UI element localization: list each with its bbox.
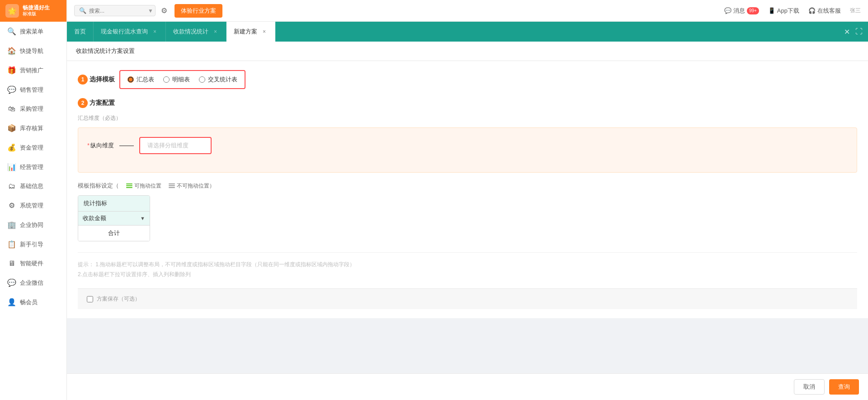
online-service-button[interactable]: 🎧 在线客服 xyxy=(808,7,841,15)
home-icon: 🏠 xyxy=(7,47,16,55)
sidebar-item-enterprise-wechat[interactable]: 💬 企业微信 xyxy=(0,273,66,292)
sidebar-item-operations[interactable]: 📊 经营管理 xyxy=(0,157,66,177)
content-area: 收款情况统计方案设置 1 选择模板 汇总 xyxy=(67,42,868,373)
col-chevron-icon[interactable]: ▼ xyxy=(140,216,145,221)
sidebar-logo: 🌟 畅捷通好生 标准版 xyxy=(0,0,66,22)
sidebar-item-label: 采购管理 xyxy=(20,105,43,113)
logo-line1: 畅捷通好生 xyxy=(23,5,50,11)
tab-new-plan[interactable]: 新建方案 × xyxy=(226,22,275,42)
sidebar-item-label: 搜索菜单 xyxy=(20,28,43,36)
message-icon: 💬 xyxy=(724,7,731,14)
topbar: 🔍 ▼ ⚙ 体验行业方案 💬 消息 99+ 📱 App下载 🎧 在线客服 张三 xyxy=(67,0,868,22)
sidebar: 🌟 畅捷通好生 标准版 🔍 搜索菜单 🏠 快捷导航 🎁 营销推广 💬 销售管理 … xyxy=(0,0,67,400)
radio-summary-input[interactable] xyxy=(127,76,134,83)
metrics-section-label: 模板指标设定（ xyxy=(78,182,119,190)
tab-home-label: 首页 xyxy=(74,28,86,36)
sidebar-item-label: 企业协同 xyxy=(20,221,43,229)
member-icon: 👤 xyxy=(7,298,16,306)
group-dimension-selector[interactable]: 请选择分组维度 xyxy=(139,137,212,154)
inventory-icon: 📦 xyxy=(7,124,16,132)
sidebar-item-system[interactable]: ⚙ 系统管理 xyxy=(0,196,66,215)
close-tab-icon[interactable]: ✕ xyxy=(844,28,850,36)
no-drag-badge: 不可拖动位置） xyxy=(169,182,215,190)
sidebar-item-label: 销售管理 xyxy=(20,86,43,94)
sidebar-item-member[interactable]: 👤 畅会员 xyxy=(0,292,66,312)
search-bar[interactable]: 🔍 ▼ xyxy=(74,5,156,16)
tab-bank-flow-close[interactable]: × xyxy=(151,28,158,36)
maximize-icon[interactable]: ⛶ xyxy=(855,28,863,36)
hardware-icon: 🖥 xyxy=(7,259,16,268)
save-plan-checkbox[interactable] xyxy=(87,296,93,302)
radio-summary-label: 汇总表 xyxy=(137,75,154,84)
radio-detail[interactable]: 明细表 xyxy=(163,75,190,84)
sidebar-item-label: 库存核算 xyxy=(20,124,43,132)
step1-section: 1 选择模板 汇总表 明细表 xyxy=(78,70,857,89)
metrics-table-area: 统计指标 收款金额 ▼ 合计 xyxy=(78,195,857,241)
vertical-dim-label: *纵向维度 xyxy=(87,141,114,150)
step1-number: 1 xyxy=(78,75,88,85)
service-icon: 🎧 xyxy=(808,7,816,14)
cancel-button[interactable]: 取消 xyxy=(794,379,825,395)
message-button[interactable]: 💬 消息 99+ xyxy=(724,7,759,15)
sidebar-item-search-menu[interactable]: 🔍 搜索菜单 xyxy=(0,22,66,41)
save-plan-label[interactable]: 方案保存（可选） xyxy=(97,295,140,303)
sidebar-item-label: 快捷导航 xyxy=(20,47,43,55)
trial-button[interactable]: 体验行业方案 xyxy=(175,4,222,18)
radio-cross-input[interactable] xyxy=(199,76,205,83)
metrics-header: 模板指标设定（ 可拖动位置 xyxy=(78,182,857,190)
app-download-label: App下载 xyxy=(777,7,799,15)
sidebar-item-basic-info[interactable]: 🗂 基础信息 xyxy=(0,177,66,196)
drag-icon xyxy=(126,184,132,188)
radio-summary[interactable]: 汇总表 xyxy=(127,75,154,84)
search-input[interactable] xyxy=(89,8,143,14)
tab-new-plan-close[interactable]: × xyxy=(261,28,268,36)
dimension-label-text: 汇总维度（必选） xyxy=(78,115,121,121)
sidebar-item-beginner-guide[interactable]: 📋 新手引导 xyxy=(0,235,66,254)
sidebar-item-label: 智能硬件 xyxy=(20,259,43,268)
step2-section: 2 方案配置 汇总维度（必选） *纵向维度 —— xyxy=(78,98,857,279)
tab-receipt-stats[interactable]: 收款情况统计 × xyxy=(166,22,226,42)
sidebar-item-finance[interactable]: 💰 资金管理 xyxy=(0,138,66,157)
page-header-title: 收款情况统计方案设置 xyxy=(76,47,135,54)
sidebar-item-inventory[interactable]: 📦 库存核算 xyxy=(0,118,66,138)
sidebar-item-sales[interactable]: 💬 销售管理 xyxy=(0,80,66,99)
sidebar-item-quick-nav[interactable]: 🏠 快捷导航 xyxy=(0,41,66,61)
chevron-down-icon[interactable]: ▼ xyxy=(148,8,153,14)
sidebar-item-enterprise-collab[interactable]: 🏢 企业协同 xyxy=(0,215,66,235)
sidebar-item-label: 基础信息 xyxy=(20,182,43,190)
arrow: —— xyxy=(119,141,134,150)
placeholder-text: 请选择分组维度 xyxy=(147,142,189,149)
sidebar-item-label: 营销推广 xyxy=(20,66,43,75)
svg-rect-3 xyxy=(169,184,175,184)
logo-line2: 标准版 xyxy=(23,11,50,17)
action-bar: 取消 查询 xyxy=(67,373,868,400)
tab-home[interactable]: 首页 xyxy=(67,22,94,42)
tabbar-controls: ✕ ⛶ xyxy=(839,22,868,42)
page-header: 收款情况统计方案设置 xyxy=(67,42,868,61)
step2-number: 2 xyxy=(78,98,88,108)
online-service-label: 在线客服 xyxy=(817,7,841,15)
enterprise-collab-icon: 🏢 xyxy=(7,221,16,229)
svg-rect-1 xyxy=(126,185,132,186)
gear-icon[interactable]: ⚙ xyxy=(161,6,167,15)
app-download-button[interactable]: 📱 App下载 xyxy=(768,7,799,15)
svg-rect-5 xyxy=(169,187,175,188)
required-mark: * xyxy=(87,142,90,149)
marketing-icon: 🎁 xyxy=(7,66,16,75)
col-header[interactable]: 收款金额 ▼ xyxy=(78,212,150,226)
tabbar: 首页 现金银行流水查询 × 收款情况统计 × 新建方案 × ✕ ⛶ xyxy=(67,22,868,42)
sidebar-item-smart-hardware[interactable]: 🖥 智能硬件 xyxy=(0,254,66,273)
radio-cross-label: 交叉统计表 xyxy=(208,75,237,84)
tab-bank-flow[interactable]: 现金银行流水查询 × xyxy=(94,22,166,42)
sales-icon: 💬 xyxy=(7,85,16,94)
step1-title: 选择模板 xyxy=(90,75,115,84)
tab-receipt-stats-close[interactable]: × xyxy=(212,28,219,36)
tip2: 2.点击标题栏下拉可设置排序、插入列和删除列 xyxy=(78,270,857,280)
sidebar-item-purchase[interactable]: 🛍 采购管理 xyxy=(0,99,66,118)
sidebar-item-marketing[interactable]: 🎁 营销推广 xyxy=(0,61,66,80)
search-icon: 🔍 xyxy=(79,7,86,14)
dimension-section-label: 汇总维度（必选） xyxy=(78,114,857,122)
radio-cross[interactable]: 交叉统计表 xyxy=(199,75,237,84)
query-button[interactable]: 查询 xyxy=(829,379,859,395)
radio-detail-input[interactable] xyxy=(163,76,170,83)
